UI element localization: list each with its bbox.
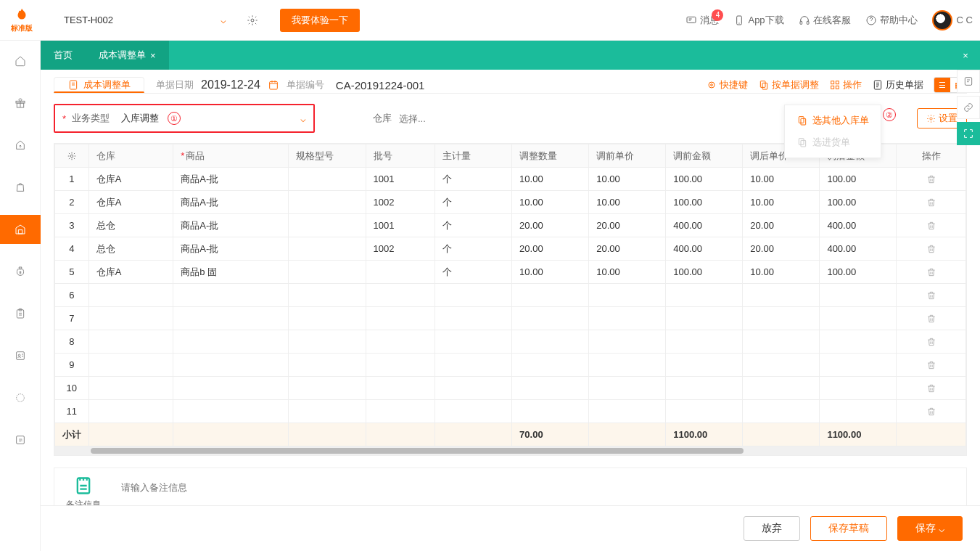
- cell-postprice[interactable]: [743, 330, 820, 354]
- cell-postamt[interactable]: 100.00: [820, 191, 897, 214]
- row-delete[interactable]: [897, 214, 966, 237]
- close-icon[interactable]: ×: [150, 50, 156, 61]
- cell-preprice[interactable]: [589, 284, 666, 307]
- cell-preamt[interactable]: [666, 330, 743, 354]
- cell-product[interactable]: [173, 330, 289, 354]
- cell-qty[interactable]: 20.00: [512, 237, 589, 261]
- rail-note[interactable]: [957, 70, 980, 93]
- table-row[interactable]: 9: [55, 354, 966, 377]
- cell-postamt[interactable]: 400.00: [820, 237, 897, 261]
- cell-postprice[interactable]: 20.00: [743, 237, 820, 261]
- service-link[interactable]: 在线客服: [799, 14, 851, 27]
- h-scrollbar[interactable]: [54, 446, 966, 455]
- help-link[interactable]: 帮助中心: [865, 14, 918, 27]
- cell-preprice[interactable]: [589, 307, 666, 330]
- cell-qty[interactable]: 10.00: [512, 168, 589, 191]
- cell-whs[interactable]: 总仓: [88, 237, 173, 261]
- cell-product[interactable]: [173, 284, 289, 307]
- cell-preprice[interactable]: 20.00: [589, 237, 666, 261]
- nav-warehouse[interactable]: [0, 215, 41, 244]
- table-row[interactable]: 8: [55, 330, 966, 354]
- date-value[interactable]: 2019-12-24: [201, 78, 260, 91]
- cell-product[interactable]: [173, 400, 289, 423]
- cell-preprice[interactable]: 10.00: [589, 261, 666, 284]
- remark-input[interactable]: [112, 468, 966, 505]
- col-preamt[interactable]: 调前金额: [666, 144, 743, 168]
- list-view-icon[interactable]: ☰: [934, 78, 950, 92]
- col-qty[interactable]: 调整数量: [512, 144, 589, 168]
- tab-home[interactable]: 首页: [41, 41, 86, 70]
- table-row[interactable]: 3总仓商品A-批1001个20.0020.00400.0020.00400.00: [55, 214, 966, 237]
- cell-spec[interactable]: [289, 168, 366, 191]
- cell-postprice[interactable]: 10.00: [743, 261, 820, 284]
- settings-icon[interactable]: [247, 15, 258, 26]
- cell-qty[interactable]: [512, 284, 589, 307]
- nav-report[interactable]: [0, 299, 41, 328]
- cell-qty[interactable]: 10.00: [512, 261, 589, 284]
- cell-spec[interactable]: [289, 400, 366, 423]
- action-operate[interactable]: 操作: [829, 78, 862, 91]
- cell-postamt[interactable]: 400.00: [820, 214, 897, 237]
- cell-spec[interactable]: [289, 284, 366, 307]
- col-product[interactable]: *商品: [173, 144, 289, 168]
- doc-tab-cost-adjust[interactable]: 成本调整单: [54, 77, 144, 93]
- table-row[interactable]: 11: [55, 400, 966, 423]
- row-delete[interactable]: [897, 354, 966, 377]
- cell-batch[interactable]: [366, 377, 435, 400]
- cell-postamt[interactable]: 100.00: [820, 168, 897, 191]
- cell-whs[interactable]: [88, 377, 173, 400]
- table-row[interactable]: 4总仓商品A-批1002个20.0020.00400.0020.00400.00: [55, 237, 966, 261]
- col-preprice[interactable]: 调前单价: [589, 144, 666, 168]
- cell-whs[interactable]: [88, 307, 173, 330]
- close-all-icon[interactable]: ×: [951, 41, 980, 70]
- cell-postamt[interactable]: [820, 400, 897, 423]
- cell-product[interactable]: 商品A-批: [173, 214, 289, 237]
- cell-unit[interactable]: [435, 330, 512, 354]
- cell-unit[interactable]: [435, 354, 512, 377]
- col-spec[interactable]: 规格型号: [289, 144, 366, 168]
- cell-spec[interactable]: [289, 261, 366, 284]
- cell-whs[interactable]: [88, 400, 173, 423]
- cell-unit[interactable]: [435, 400, 512, 423]
- cell-batch[interactable]: 1001: [366, 168, 435, 191]
- cell-postprice[interactable]: [743, 307, 820, 330]
- cell-unit[interactable]: 个: [435, 191, 512, 214]
- cell-product[interactable]: [173, 377, 289, 400]
- cell-postprice[interactable]: [743, 354, 820, 377]
- cell-batch[interactable]: [366, 284, 435, 307]
- row-delete[interactable]: [897, 307, 966, 330]
- cell-batch[interactable]: [366, 354, 435, 377]
- nav-sync[interactable]: [0, 383, 41, 412]
- cell-unit[interactable]: [435, 307, 512, 330]
- cell-unit[interactable]: 个: [435, 261, 512, 284]
- cell-preprice[interactable]: 10.00: [589, 191, 666, 214]
- cell-unit[interactable]: 个: [435, 168, 512, 191]
- cell-postprice[interactable]: 10.00: [743, 168, 820, 191]
- row-delete[interactable]: [897, 261, 966, 284]
- cell-qty[interactable]: [512, 354, 589, 377]
- table-row[interactable]: 1仓库A商品A-批1001个10.0010.00100.0010.00100.0…: [55, 168, 966, 191]
- col-warehouse[interactable]: 仓库: [88, 144, 173, 168]
- row-delete[interactable]: [897, 168, 966, 191]
- save-draft-button[interactable]: 保存草稿: [810, 516, 887, 541]
- cell-whs[interactable]: [88, 284, 173, 307]
- cell-batch[interactable]: 1002: [366, 237, 435, 261]
- cell-preamt[interactable]: 400.00: [666, 237, 743, 261]
- cell-spec[interactable]: [289, 307, 366, 330]
- store-selector[interactable]: TEST-H002 ⌵: [58, 9, 232, 31]
- nav-out[interactable]: [0, 131, 41, 160]
- cell-product[interactable]: 商品A-批: [173, 168, 289, 191]
- calendar-icon[interactable]: [268, 79, 279, 91]
- cell-batch[interactable]: 1001: [366, 214, 435, 237]
- cell-preamt[interactable]: 100.00: [666, 191, 743, 214]
- cell-spec[interactable]: [289, 354, 366, 377]
- table-row[interactable]: 6: [55, 284, 966, 307]
- cell-product[interactable]: [173, 307, 289, 330]
- cell-batch[interactable]: [366, 261, 435, 284]
- row-delete[interactable]: [897, 191, 966, 214]
- discard-button[interactable]: 放弃: [744, 516, 800, 541]
- cell-preprice[interactable]: [589, 377, 666, 400]
- nav-new[interactable]: 新: [0, 425, 41, 454]
- col-unit[interactable]: 主计量: [435, 144, 512, 168]
- cell-postamt[interactable]: 100.00: [820, 261, 897, 284]
